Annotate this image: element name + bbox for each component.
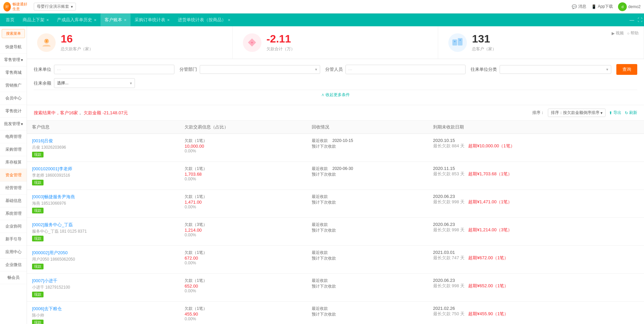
tab-purchase-summary[interactable]: 采购订单统计表 ✕: [131, 13, 174, 26]
close-icon[interactable]: ✕: [228, 18, 230, 22]
svg-text:¥: ¥: [45, 39, 48, 43]
app-download-btn[interactable]: 📱 App下载: [591, 4, 613, 9]
close-icon[interactable]: ✕: [124, 18, 127, 22]
tab-home[interactable]: 首页: [2, 13, 19, 26]
sidebar-item-basic-info[interactable]: 基础信息: [0, 195, 27, 207]
from-unit-input[interactable]: ···: [54, 65, 174, 74]
sidebar-item-batch-mgmt[interactable]: 批发管理 ▾: [0, 118, 27, 130]
total-customers-icon: [448, 33, 467, 52]
filter-from-unit: 往来单位 ···: [34, 65, 174, 74]
close-icon[interactable]: ✕: [46, 18, 49, 22]
message-btn[interactable]: 💬 消息: [572, 4, 586, 9]
stat-owed-customers: ¥ 16 总欠款客户（家）: [27, 26, 233, 59]
tab-bar: 首页 商品上下架 ✕ 产成品入库单历史 ✕ 客户账本 ✕ 采购订单统计表 ✕ 进…: [0, 13, 644, 26]
filter-dept: 分管部门 ▾: [179, 65, 320, 74]
customer-tag: 现款: [32, 208, 44, 213]
sidebar-item-new-guide[interactable]: 新手引导: [0, 233, 27, 246]
sidebar-item-purchase[interactable]: 采购管理: [0, 143, 27, 156]
next-collect: 预计下次收款: [312, 172, 423, 177]
balance-select[interactable]: 选择... ▾: [54, 78, 135, 88]
customer-name-link[interactable]: [0006]去下粮仓: [32, 306, 62, 311]
user-profile[interactable]: d demo2: [618, 2, 641, 11]
dept-select[interactable]: ▾: [200, 65, 320, 74]
filter-unit-category: 往来单位分类 ▾: [471, 65, 611, 74]
sidebar-item-retail-shop[interactable]: 零售商城: [0, 66, 27, 79]
video-btn[interactable]: ▶ 视频: [612, 30, 624, 36]
export-btn[interactable]: ⬆ 导出: [609, 110, 621, 116]
sidebar-item-marketing[interactable]: 营销推广: [0, 79, 27, 92]
sidebar-item-retail-stats[interactable]: 零售统计: [0, 105, 27, 118]
overdue-link[interactable]: 超期¥1,471.00（1笔）: [468, 199, 512, 204]
collapse-btn[interactable]: ∧ 收起更多条件: [34, 90, 637, 100]
due-date: 2021.02.26: [433, 306, 639, 311]
sidebar-item-finance[interactable]: 资金管理: [0, 169, 27, 182]
tab-customer-account[interactable]: 客户账本 ✕: [101, 13, 131, 26]
tab-product-history[interactable]: 产成品入库单历史 ✕: [53, 13, 101, 26]
table-row: [0003]畅捷服务尹海燕 海燕 18513066976 现款 欠款（1笔） 1…: [27, 190, 644, 218]
logo-icon: 好: [3, 2, 11, 11]
demo-selector[interactable]: 母婴行业演示账套 ▾: [34, 3, 76, 10]
overdue-days: 最长欠款 750 天 超期¥455.90（1笔）: [433, 311, 639, 317]
help-btn[interactable]: ○ 帮助: [627, 30, 639, 36]
sidebar-item-retail-mgmt[interactable]: 零售管理 ▾: [0, 54, 27, 66]
customer-name-link[interactable]: [0003]畅捷服务尹海燕: [32, 194, 75, 199]
data-table: 客户信息 欠款交易信息（占比） 回收情况 到期未收款日期 [0016]吕俊 吕俊…: [27, 121, 644, 324]
sidebar-item-sys-mgmt[interactable]: 系统管理: [0, 207, 27, 220]
refresh-btn[interactable]: ↻ 刷新: [625, 110, 637, 116]
next-collect: 预计下次收款: [312, 312, 423, 317]
unit-category-select[interactable]: ▾: [500, 65, 611, 74]
total-customers-number: 131: [472, 33, 496, 45]
close-icon[interactable]: ✕: [94, 18, 96, 22]
sort-select[interactable]: 排序：按欠款金额倒序排序 ▾: [548, 109, 606, 117]
next-collect: 预计下次收款: [312, 200, 423, 205]
overdue-link[interactable]: 超期¥1,703.68（1笔）: [468, 171, 512, 176]
sidebar-item-app-center[interactable]: 应用中心: [0, 246, 27, 259]
due-date: 2020.06.23: [433, 222, 639, 227]
customer-contact: 用户2050 18665062050: [32, 257, 174, 262]
filter-manager: 分管人员 ···: [325, 65, 466, 74]
query-button[interactable]: 查询: [616, 64, 637, 75]
sidebar-search-area: 搜索菜单: [0, 26, 27, 41]
tab-minimize-icon[interactable]: —: [629, 17, 634, 23]
chevron-up-icon: ∧: [321, 92, 325, 97]
overdue-days: 最长欠款 747 天 超期¥672.00（1笔）: [433, 255, 639, 261]
table-row: [000002]用户2050 用户2050 18665062050 现款 欠款（…: [27, 246, 644, 274]
tab-goods[interactable]: 商品上下架 ✕: [19, 13, 53, 26]
customer-name-link[interactable]: [0001020001]李老师: [32, 166, 72, 171]
sidebar-item-quick-nav[interactable]: 快捷导航: [0, 41, 27, 54]
last-collect: 最近收款: [312, 306, 423, 312]
sidebar-item-inventory[interactable]: 库存核算: [0, 156, 27, 169]
debt-count: 欠款（1笔）: [185, 166, 302, 172]
customer-name-link[interactable]: [0002]服务中心_丁磊: [32, 222, 73, 227]
sidebar-item-member[interactable]: 会员中心: [0, 92, 27, 105]
sidebar-item-biz-mgmt[interactable]: 经营管理: [0, 182, 27, 195]
customer-name-link[interactable]: [0016]吕俊: [32, 138, 53, 143]
overdue-link[interactable]: 超期¥1,214.00（3笔）: [468, 227, 512, 232]
sidebar-item-corp-collab[interactable]: 企业协同: [0, 220, 27, 233]
tab-expand-icon[interactable]: ⛶: [638, 17, 642, 23]
sidebar-item-corp-wechat[interactable]: 企业微信: [0, 259, 27, 271]
table-row: [0001020001]李老师 李老师 18600391516 现款 欠款（1笔…: [27, 162, 644, 190]
debt-amount: 652.00: [185, 284, 302, 289]
overdue-link[interactable]: 超期¥455.90（1笔）: [468, 311, 508, 316]
debt-amount: 10,000.00: [185, 144, 302, 149]
stat-owed-total-content: -2.11 欠款合计（万）: [267, 33, 295, 52]
stat-owed-total: + -2.11 欠款合计（万）: [233, 26, 439, 59]
due-date: 2020.10.15: [433, 138, 639, 143]
table-toolbar: 搜索结果中，客户16家， 欠款金额 -21,148.07元 排序： 排序：按欠款…: [27, 105, 644, 121]
search-menu-btn[interactable]: 搜索菜单: [2, 29, 25, 38]
tab-import-stats[interactable]: 进货单统计表（按商品） ✕: [174, 13, 234, 26]
overdue-link[interactable]: 超期¥672.00（1笔）: [468, 255, 508, 260]
sidebar-item-vip-member[interactable]: 畅会员: [0, 271, 27, 284]
manager-input[interactable]: ···: [345, 65, 466, 74]
sidebar-item-ecom[interactable]: 电商管理: [0, 130, 27, 143]
overdue-link[interactable]: 超期¥10,000.00（1笔）: [468, 143, 514, 148]
close-icon[interactable]: ✕: [167, 18, 170, 22]
customer-name-link[interactable]: [0007]小进千: [32, 278, 57, 283]
debt-percent: 0.00%: [185, 149, 302, 153]
debt-amount: 455.90: [185, 312, 302, 317]
debt-percent: 0.00%: [185, 177, 302, 181]
overdue-link[interactable]: 超期¥652.00（1笔）: [468, 283, 508, 288]
customer-name-link[interactable]: [000002]用户2050: [32, 250, 68, 255]
overdue-days: 最长欠款 884 天 超期¥10,000.00（1笔）: [433, 143, 639, 149]
